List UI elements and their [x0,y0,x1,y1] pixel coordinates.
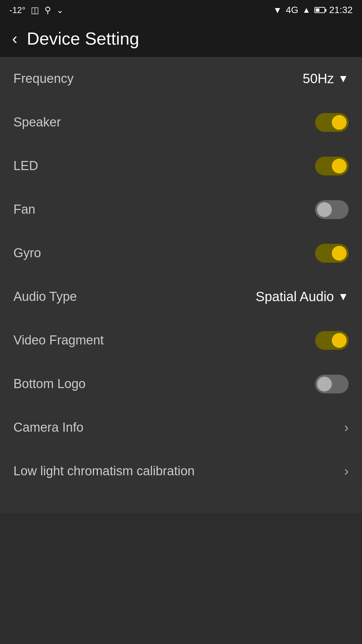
page-title: Device Setting [27,29,139,49]
dropdown-value-audio-type: Spatial Audio [256,289,334,304]
setting-label-frequency: Frequency [13,71,74,86]
toggle-knob-bottom-logo [317,377,332,391]
setting-row-low-light[interactable]: Low light chromatism calibration› [0,449,362,493]
setting-row-fan: Fan [0,188,362,231]
nav-arrow-camera-info: › [344,420,349,435]
setting-label-camera-info: Camera Info [13,420,83,435]
toggle-video-fragment[interactable] [315,331,349,350]
toggle-fan[interactable] [315,200,349,219]
wifi-icon: ⌄ [56,5,64,15]
chevron-down-icon: ▼ [338,290,349,303]
status-left: -12° ◫ ⚲ ⌄ [9,5,64,15]
toggle-knob-led [332,159,347,173]
setting-label-video-fragment: Video Fragment [13,333,104,347]
setting-row-frequency: Frequency50Hz▼ [0,57,362,101]
setting-row-gyro: Gyro [0,231,362,275]
setting-label-audio-type: Audio Type [13,289,77,304]
toggle-knob-speaker [332,115,347,130]
setting-row-speaker: Speaker [0,101,362,144]
time-display: 21:32 [329,5,353,15]
dropdown-value-frequency: 50Hz [303,71,334,86]
setting-label-speaker: Speaker [13,115,61,129]
setting-row-camera-info[interactable]: Camera Info› [0,406,362,449]
signal-icon: ▲ [302,5,310,15]
setting-row-led: LED [0,144,362,188]
network-type: 4G [286,5,298,15]
setting-label-fan: Fan [13,202,35,217]
toggle-bottom-logo[interactable] [315,375,349,393]
setting-row-audio-type: Audio TypeSpatial Audio▼ [0,275,362,319]
setting-label-low-light: Low light chromatism calibration [13,464,195,478]
toggle-led[interactable] [315,157,349,175]
image-icon: ◫ [31,5,39,15]
battery-icon [314,7,325,13]
temperature-display: -12° [9,5,25,15]
status-bar: -12° ◫ ⚲ ⌄ ▼ 4G ▲ 21:32 [0,0,362,20]
vpn-icon: ▼ [273,5,282,15]
status-right: ▼ 4G ▲ 21:32 [273,5,353,15]
dropdown-audio-type[interactable]: Spatial Audio▼ [256,289,349,304]
toggle-knob-gyro [332,246,347,261]
nav-arrow-low-light: › [344,464,349,479]
setting-label-bottom-logo: Bottom Logo [13,377,85,391]
setting-label-led: LED [13,159,38,173]
setting-label-gyro: Gyro [13,246,41,260]
toggle-knob-video-fragment [332,333,347,348]
setting-row-bottom-logo: Bottom Logo [0,362,362,406]
settings-list: Frequency50Hz▼SpeakerLEDFanGyroAudio Typ… [0,57,362,493]
toggle-gyro[interactable] [315,244,349,263]
app-bar: ‹ Device Setting [0,20,362,57]
dropdown-frequency[interactable]: 50Hz▼ [303,71,349,86]
toggle-speaker[interactable] [315,113,349,132]
toggle-knob-fan [317,202,332,217]
chevron-down-icon: ▼ [338,72,349,85]
setting-row-video-fragment: Video Fragment [0,319,362,362]
back-button[interactable]: ‹ [12,31,17,47]
search-icon: ⚲ [45,5,51,15]
